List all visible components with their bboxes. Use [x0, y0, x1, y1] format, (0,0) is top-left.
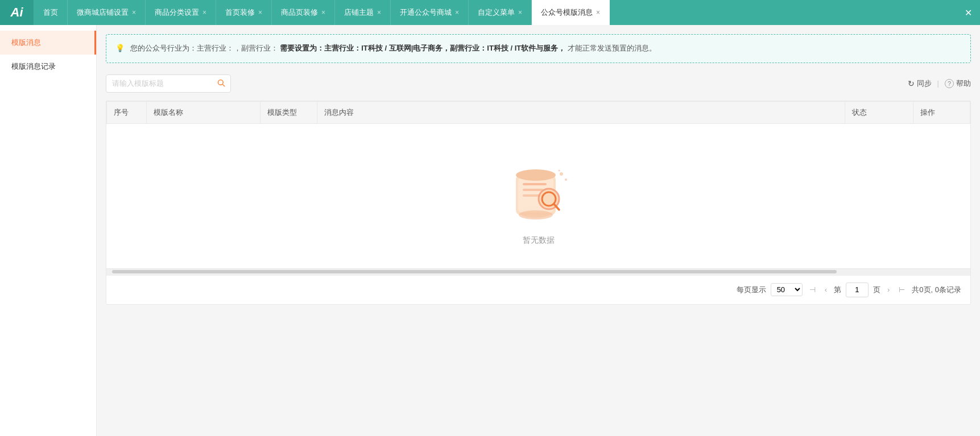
notice-highlight: 需要设置为：主营行业：IT科技 / 互联网|电子商务，副营行业：IT科技 / I…	[280, 44, 565, 52]
help-icon: ?	[945, 79, 954, 88]
sync-label: 同步	[917, 78, 932, 89]
col-type: 模版类型	[260, 101, 317, 123]
help-button[interactable]: ? 帮助	[945, 78, 971, 89]
content-area: 💡 您的公众号行业为：主营行业：，副营行业： 需要设置为：主营行业：IT科技 /…	[97, 25, 980, 436]
pagination: 每页显示 50 20 100 ⊣ ‹ 第 1 页 › ⊢ 共0页, 0条记录	[106, 275, 970, 304]
data-table: 序号 模版名称 模版类型 消息内容 状态 操作	[106, 101, 970, 268]
close-all-button[interactable]: ✕	[957, 7, 980, 18]
sidebar: 模版消息 模版消息记录	[0, 25, 97, 436]
svg-line-1	[222, 84, 224, 86]
sync-button[interactable]: ↻ 同步	[908, 78, 932, 89]
nav-item-product-category[interactable]: 商品分类设置 ×	[146, 0, 216, 25]
sync-icon: ↻	[908, 79, 915, 88]
search-input-wrap	[106, 74, 231, 93]
prev-page-button[interactable]: ‹	[822, 284, 829, 295]
top-nav: Ai 首页 微商城店铺设置 × 商品分类设置 × 首页装修 × 商品页装修 × …	[0, 0, 980, 25]
nav-item-home-decor[interactable]: 首页装修 ×	[216, 0, 272, 25]
nav-product-category-label: 商品分类设置	[155, 7, 199, 18]
col-action: 操作	[913, 101, 970, 123]
nav-item-shop-theme[interactable]: 店铺主题 ×	[335, 0, 391, 25]
search-icon	[217, 79, 225, 89]
nav-custom-menu-close[interactable]: ×	[518, 9, 522, 16]
help-label: 帮助	[956, 78, 971, 89]
nav-open-mall-label: 开通公众号商城	[400, 7, 452, 18]
page-input[interactable]: 1	[846, 283, 869, 297]
col-status: 状态	[845, 101, 913, 123]
page-total: 共0页, 0条记录	[912, 285, 961, 295]
nav-item-open-mall[interactable]: 开通公众号商城 ×	[391, 0, 469, 25]
nav-item-product-decor[interactable]: 商品页装修 ×	[272, 0, 335, 25]
search-button[interactable]	[217, 78, 225, 89]
first-page-button[interactable]: ⊣	[807, 284, 818, 295]
nav-item-wechat-shop[interactable]: 微商城店铺设置 ×	[68, 0, 146, 25]
svg-point-14	[558, 169, 560, 171]
sidebar-item-template-record[interactable]: 模版消息记录	[0, 55, 96, 78]
last-page-button[interactable]: ⊢	[896, 284, 907, 295]
nav-product-decor-label: 商品页装修	[281, 7, 318, 18]
svg-point-5	[516, 169, 556, 181]
nav-wechat-shop-label: 微商城店铺设置	[77, 7, 129, 18]
notice-text-prefix: 您的公众号行业为：主营行业：，副营行业：	[130, 44, 278, 52]
nav-product-decor-close[interactable]: ×	[321, 9, 325, 16]
sidebar-template-record-label: 模版消息记录	[11, 62, 56, 70]
nav-home-label: 首页	[43, 7, 58, 18]
svg-point-15	[519, 210, 553, 219]
svg-point-13	[565, 178, 567, 181]
notice-box: 💡 您的公众号行业为：主营行业：，副营行业： 需要设置为：主营行业：IT科技 /…	[106, 34, 971, 63]
scroll-bar-area[interactable]	[106, 268, 970, 275]
page-size-label: 每页显示	[737, 285, 766, 295]
nav-product-category-close[interactable]: ×	[202, 9, 206, 16]
nav-home-decor-close[interactable]: ×	[258, 9, 262, 16]
svg-point-12	[560, 172, 563, 176]
table-wrapper: 序号 模版名称 模版类型 消息内容 状态 操作	[106, 101, 971, 305]
nav-template-msg-label: 公众号模版消息	[541, 7, 593, 18]
svg-rect-7	[523, 189, 543, 191]
nav-template-msg-close[interactable]: ×	[596, 9, 600, 16]
empty-text: 暂无数据	[523, 235, 555, 246]
table-header-row: 序号 模版名称 模版类型 消息内容 状态 操作	[107, 101, 970, 123]
page-size-select[interactable]: 50 20 100	[771, 283, 803, 296]
page-label-after: 页	[873, 285, 880, 295]
sidebar-template-message-label: 模版消息	[11, 38, 41, 47]
sidebar-item-template-message[interactable]: 模版消息	[0, 31, 96, 55]
notice-icon: 💡	[115, 44, 125, 52]
toolbar-right: ↻ 同步 | ? 帮助	[908, 78, 971, 89]
empty-state: 暂无数据	[107, 124, 970, 268]
nav-shop-theme-label: 店铺主题	[344, 7, 374, 18]
app-logo: Ai	[0, 0, 34, 25]
nav-shop-theme-close[interactable]: ×	[377, 9, 381, 16]
notice-text-suffix: 才能正常发送预置的消息。	[568, 44, 656, 52]
nav-custom-menu-label: 自定义菜单	[478, 7, 515, 18]
svg-rect-6	[523, 183, 547, 185]
col-content: 消息内容	[317, 101, 845, 123]
main-layout: 模版消息 模版消息记录 💡 您的公众号行业为：主营行业：，副营行业： 需要设置为…	[0, 25, 980, 436]
nav-open-mall-close[interactable]: ×	[455, 9, 459, 16]
nav-item-home[interactable]: 首页	[34, 0, 68, 25]
toolbar-divider: |	[937, 79, 939, 88]
scroll-thumb[interactable]	[112, 270, 837, 273]
next-page-button[interactable]: ›	[885, 284, 892, 295]
empty-illustration	[505, 158, 573, 226]
col-index: 序号	[107, 101, 147, 123]
nav-wechat-shop-close[interactable]: ×	[132, 9, 136, 16]
col-name: 模版名称	[147, 101, 260, 123]
nav-home-decor-label: 首页装修	[225, 7, 255, 18]
nav-item-custom-menu[interactable]: 自定义菜单 ×	[469, 0, 532, 25]
search-input[interactable]	[106, 74, 231, 93]
page-label-before: 第	[834, 285, 841, 295]
nav-item-template-msg[interactable]: 公众号模版消息 ×	[532, 0, 610, 25]
search-bar: ↻ 同步 | ? 帮助	[106, 74, 971, 93]
